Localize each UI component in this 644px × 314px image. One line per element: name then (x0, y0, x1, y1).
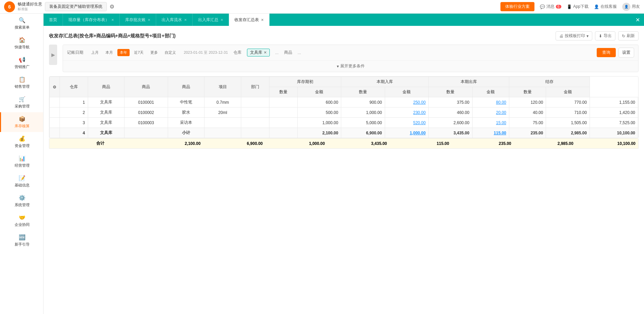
message-button[interactable]: 💬 消息 6 (540, 4, 561, 10)
tab-close-inout-summary[interactable]: ✕ (220, 18, 223, 22)
date-custom[interactable]: 自定义 (162, 49, 178, 56)
expand-filter-button[interactable]: ▾ 展开更多条件 (334, 62, 367, 70)
row-warehouse: 文具库 (88, 97, 124, 108)
user-button[interactable]: 👤 用友 (622, 3, 640, 11)
inventory-icon: 📦 (19, 116, 26, 122)
warehouse-filter-label: 仓库 (233, 50, 242, 55)
settings-icon[interactable]: ⚙ (110, 3, 114, 10)
tab-bar-close-button[interactable]: ✕ (631, 17, 644, 23)
home-icon: 🏠 (19, 37, 26, 43)
date-filter-label: 记账日期 (67, 50, 83, 55)
refresh-button[interactable]: ↻ 刷新 (618, 31, 639, 40)
sidebar-item-guide[interactable]: 🆕 新手引导 (0, 231, 43, 250)
row-out-qty[interactable]: 15.00 (472, 118, 509, 128)
tab-home[interactable]: 首页 (44, 14, 63, 26)
sidebar-item-inventory[interactable]: 📦 库存核算 (0, 112, 43, 132)
footer-out-amt: 235.00 (452, 141, 514, 146)
tab-inout-flow[interactable]: 出入库流水 ✕ (156, 14, 193, 26)
warehouse-tag[interactable]: 文具库 ✕ (247, 49, 270, 56)
date-this-year[interactable]: 本年 (117, 49, 130, 56)
sidebar-item-cooperation[interactable]: 🤝 企业协同 (0, 211, 43, 231)
th-close-qty: 数量 (509, 87, 546, 97)
sidebar-item-basic[interactable]: 📝 基础信息 (0, 171, 43, 191)
row-in-qty[interactable]: 520.00 (385, 118, 429, 128)
warehouse-more[interactable]: ... (275, 50, 279, 55)
row-in-qty[interactable]: 250.00 (385, 97, 429, 108)
row-settings (50, 97, 60, 108)
marketing-icon: 📢 (19, 56, 26, 63)
row-dept (269, 118, 297, 128)
goods-more[interactable]: ... (298, 50, 301, 55)
row-project (241, 97, 269, 108)
service-icon: 👤 (594, 4, 599, 9)
row-dept (269, 128, 297, 138)
sidebar-item-search[interactable]: 🔍 搜索菜单 (0, 14, 43, 33)
page-title: 收发存汇总表(按仓库+商品编码+商品+规格型号+项目+部门) (49, 33, 176, 39)
tab-close-recv-send[interactable]: ✕ (261, 18, 264, 22)
print-button[interactable]: 🖨 按模板打印 ▾ (556, 31, 592, 40)
row-name: 小计 (168, 128, 204, 138)
row-code: 0100001 (124, 97, 168, 108)
sidebar-item-system[interactable]: ⚙️ 系统管理 (0, 191, 43, 211)
th-out-amt: 金额 (472, 87, 509, 97)
th-opening-qty: 数量 (269, 87, 297, 97)
sidebar-item-sales[interactable]: 📋 销售管理 (0, 73, 43, 93)
tab-inout-summary[interactable]: 出入库汇总 ✕ (193, 14, 229, 26)
online-service-button[interactable]: 👤 在线客服 (594, 4, 617, 10)
row-out-qty: 115.00 (472, 128, 509, 138)
trial-button[interactable]: 体验行业方案 (500, 2, 534, 11)
sidebar-item-purchase[interactable]: 🛒 采购管理 (0, 93, 43, 112)
system-name: 装备及固定资产辅助管理系统 (45, 2, 107, 11)
date-7days[interactable]: 近7天 (132, 49, 146, 56)
tab-batch-ledger[interactable]: 库存批次账 ✕ (120, 14, 156, 26)
search-icon: 🔍 (19, 17, 26, 23)
date-this-month[interactable]: 本月 (103, 49, 115, 56)
footer-in-qty: 1,000.00 (265, 141, 328, 146)
tab-inventory-dist[interactable]: 现存量（库存分布表） ✕ (63, 14, 120, 26)
row-out-amt: 40.00 (509, 108, 546, 118)
sidebar-item-quick[interactable]: 🏠 快捷导航 (0, 33, 43, 53)
tab-close-inventory-dist[interactable]: ✕ (111, 18, 114, 22)
footer-label: 合计 (60, 141, 141, 146)
page-actions: 🖨 按模板打印 ▾ ⬇ 导出 ↻ 刷新 (556, 31, 639, 40)
row-no: 3 (60, 118, 88, 128)
warehouse-tag-close[interactable]: ✕ (264, 50, 267, 55)
table-footer: 合计 2,100.00 6,900.00 1,000.00 3,435.00 1… (49, 138, 639, 149)
sidebar-item-finance[interactable]: 💰 资金管理 (0, 132, 43, 152)
row-opening-qty: 1,000.00 (297, 118, 341, 128)
export-button[interactable]: ⬇ 导出 (595, 31, 615, 40)
th-project: 项目 (204, 77, 241, 97)
row-out-qty[interactable]: 20.00 (472, 108, 509, 118)
row-name: 胶水 (168, 108, 204, 118)
row-in-amt: 460.00 (429, 108, 473, 118)
date-last-month[interactable]: 上月 (89, 49, 101, 56)
tab-recv-send-summary[interactable]: 收发存汇总表 ✕ (229, 14, 269, 26)
app-download-button[interactable]: 📱 App下载 (567, 4, 589, 10)
sidebar-item-marketing[interactable]: 📢 营销推广 (0, 53, 43, 73)
filter-toggle-button[interactable]: ▶ (49, 45, 57, 65)
row-spec (204, 128, 241, 138)
row-code: 0100003 (124, 118, 168, 128)
query-button[interactable]: 查询 (597, 48, 616, 57)
page-content: 收发存汇总表(按仓库+商品编码+商品+规格型号+项目+部门) 🖨 按模板打印 ▾… (44, 26, 644, 314)
cooperation-icon: 🤝 (19, 214, 26, 221)
row-out-qty[interactable]: 80.00 (472, 97, 509, 108)
row-opening-amt: 5,000.00 (341, 118, 385, 128)
date-more[interactable]: 更多 (148, 49, 160, 56)
row-close-qty: 1,505.00 (546, 118, 590, 128)
row-settings (50, 118, 60, 128)
th-goods-name: 商品 (124, 77, 168, 97)
message-badge: 6 (556, 5, 561, 9)
th-warehouse: 仓库 (60, 77, 88, 97)
tab-close-batch-ledger[interactable]: ✕ (148, 18, 150, 22)
row-in-qty[interactable]: 230.00 (385, 108, 429, 118)
table-settings-header[interactable]: ⚙ (50, 77, 60, 97)
tab-close-inout-flow[interactable]: ✕ (184, 18, 187, 22)
row-in-qty: 1,000.00 (385, 128, 429, 138)
sidebar-item-operation[interactable]: 📊 经营管理 (0, 152, 43, 171)
guide-icon: 🆕 (19, 234, 26, 241)
download-icon: 📱 (567, 4, 572, 9)
row-code: 0100002 (124, 108, 168, 118)
footer-opening-amt: 6,900.00 (203, 141, 266, 146)
filter-settings-button[interactable]: 设置 (618, 48, 634, 57)
